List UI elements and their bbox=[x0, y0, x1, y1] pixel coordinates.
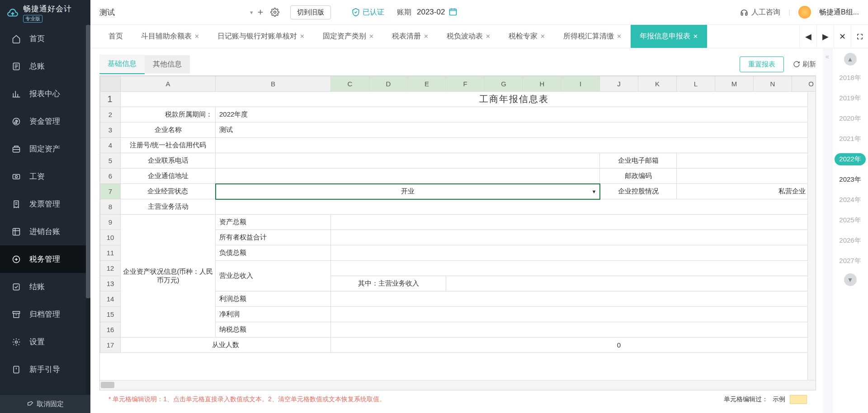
tab[interactable]: 首页 bbox=[99, 25, 132, 48]
company-select[interactable]: 测试 ▾ bbox=[99, 5, 253, 20]
nav-item-home[interactable]: 首页 bbox=[0, 25, 90, 52]
tab[interactable]: 固定资产类别✕ bbox=[314, 25, 383, 48]
close-icon[interactable]: ✕ bbox=[693, 33, 698, 40]
nav-item-asset[interactable]: 固定资产 bbox=[0, 135, 90, 163]
close-icon[interactable]: ✕ bbox=[486, 33, 491, 40]
nav-item-close[interactable]: 结账 bbox=[0, 273, 90, 300]
col-header[interactable]: M bbox=[715, 76, 754, 92]
col-header[interactable]: D bbox=[369, 76, 408, 92]
close-icon[interactable]: ✕ bbox=[194, 33, 199, 40]
horizontal-scrollbar[interactable] bbox=[100, 380, 816, 390]
nav-item-ledger[interactable]: 总账 bbox=[0, 52, 90, 80]
tab[interactable]: 税表清册✕ bbox=[383, 25, 438, 48]
support-link[interactable]: 人工咨询 bbox=[740, 8, 780, 17]
col-header[interactable]: I bbox=[561, 76, 600, 92]
col-header[interactable]: O bbox=[792, 76, 816, 92]
period-value[interactable]: 2023-02 bbox=[417, 8, 445, 17]
add-button[interactable] bbox=[253, 5, 268, 19]
year-item[interactable]: 2020年 bbox=[835, 113, 864, 125]
tab[interactable]: 年报信息申报表✕ bbox=[631, 25, 707, 48]
svg-point-9 bbox=[15, 341, 18, 343]
year-item[interactable]: 2019年 bbox=[835, 92, 864, 104]
dropdown-icon[interactable]: ▼ bbox=[592, 189, 597, 194]
close-icon bbox=[11, 282, 21, 292]
nav-item-chart[interactable]: 报表中心 bbox=[0, 80, 90, 108]
svg-rect-5 bbox=[13, 228, 20, 235]
close-icon[interactable]: ✕ bbox=[424, 33, 429, 40]
tab-close-all[interactable]: ✕ bbox=[834, 25, 851, 48]
settings-icon[interactable] bbox=[268, 5, 282, 19]
nav-item-fund[interactable]: 资金管理 bbox=[0, 108, 90, 135]
active-cell[interactable]: 开业▼ bbox=[216, 184, 600, 199]
col-header[interactable]: K bbox=[638, 76, 677, 92]
tab[interactable]: 所得税汇算清缴✕ bbox=[554, 25, 631, 48]
col-header[interactable]: B bbox=[216, 76, 331, 92]
nav-item-archive[interactable]: 归档管理 bbox=[0, 300, 90, 328]
svg-rect-3 bbox=[13, 174, 20, 179]
col-header[interactable]: F bbox=[446, 76, 485, 92]
sidebar: 畅捷通好会计 专业版 首页总账报表中心资金管理固定资产工资发票管理进销台账税务管… bbox=[0, 0, 90, 413]
svg-rect-8 bbox=[13, 311, 20, 313]
user-name[interactable]: 畅捷通B组... bbox=[819, 8, 859, 17]
year-item[interactable]: 2018年 bbox=[835, 72, 864, 84]
year-item[interactable]: 2025年 bbox=[835, 214, 864, 226]
refresh-button[interactable]: 刷新 bbox=[793, 56, 816, 72]
nav-item-settings[interactable]: 设置 bbox=[0, 328, 90, 356]
col-header[interactable]: H bbox=[523, 76, 561, 92]
close-icon[interactable]: ✕ bbox=[300, 33, 305, 40]
mascot-icon bbox=[798, 6, 811, 19]
nav-item-salary[interactable]: 工资 bbox=[0, 163, 90, 190]
sheet-tab-other[interactable]: 其他信息 bbox=[145, 55, 190, 74]
year-down[interactable]: ▼ bbox=[844, 273, 857, 286]
chevron-down-icon: ▾ bbox=[250, 9, 253, 16]
old-version-button[interactable]: 切到旧版 bbox=[290, 5, 331, 19]
year-item[interactable]: 2021年 bbox=[835, 133, 864, 145]
corner-cell[interactable] bbox=[100, 76, 121, 92]
guide-icon bbox=[11, 365, 21, 375]
brand-edition: 专业版 bbox=[23, 15, 42, 23]
verified-badge: 已认证 bbox=[351, 8, 384, 17]
svg-rect-10 bbox=[14, 366, 19, 373]
tax-icon bbox=[11, 254, 21, 264]
year-item[interactable]: 2027年 bbox=[835, 255, 864, 267]
year-item[interactable]: 2024年 bbox=[835, 194, 864, 206]
archive-icon bbox=[11, 310, 21, 319]
close-icon[interactable]: ✕ bbox=[617, 33, 622, 40]
col-header[interactable]: N bbox=[754, 76, 792, 92]
vertical-scrollbar[interactable] bbox=[807, 92, 816, 380]
year-item[interactable]: 2026年 bbox=[835, 235, 864, 247]
year-up[interactable]: ▲ bbox=[844, 53, 857, 66]
sheet-title[interactable]: 工商年报信息表 bbox=[121, 92, 816, 107]
spreadsheet[interactable]: A B C D E F G H I J K L bbox=[99, 75, 816, 390]
col-header[interactable]: J bbox=[600, 76, 638, 92]
tab[interactable]: 斗目辅助余额表✕ bbox=[132, 25, 208, 48]
close-icon[interactable]: ✕ bbox=[369, 33, 374, 40]
col-header[interactable]: L bbox=[677, 76, 715, 92]
col-header[interactable]: A bbox=[121, 76, 216, 92]
sidebar-pin-toggle[interactable]: 取消固定 bbox=[0, 395, 90, 413]
sidebar-scrollbar[interactable] bbox=[86, 25, 90, 298]
nav-item-inventory[interactable]: 进销台账 bbox=[0, 218, 90, 245]
sample-swatch bbox=[790, 395, 807, 404]
nav-item-tax[interactable]: 税务管理 bbox=[0, 245, 90, 273]
tab[interactable]: 日记账与银行对账单核对✕ bbox=[208, 25, 314, 48]
sheet-tab-basic[interactable]: 基础信息 bbox=[99, 55, 145, 74]
year-item[interactable]: 2023年 bbox=[835, 174, 864, 186]
brand-name: 畅捷通好会计 bbox=[23, 5, 72, 13]
col-header[interactable]: G bbox=[485, 76, 523, 92]
reset-button[interactable]: 重置报表 bbox=[740, 56, 784, 72]
tab[interactable]: 税负波动表✕ bbox=[438, 25, 500, 48]
col-header[interactable]: C bbox=[331, 76, 369, 92]
collapse-year-rail[interactable]: « bbox=[823, 48, 832, 413]
nav-item-invoice[interactable]: 发票管理 bbox=[0, 190, 90, 218]
year-item[interactable]: 2022年 bbox=[835, 153, 865, 165]
tab[interactable]: 税检专家✕ bbox=[500, 25, 554, 48]
close-icon[interactable]: ✕ bbox=[540, 33, 545, 40]
calendar-icon[interactable] bbox=[448, 7, 458, 18]
brand: 畅捷通好会计 专业版 bbox=[0, 0, 90, 25]
tab-scroll-right[interactable]: ▶ bbox=[816, 25, 834, 48]
tab-scroll-left[interactable]: ◀ bbox=[799, 25, 816, 48]
fullscreen-icon[interactable] bbox=[851, 25, 868, 48]
nav-item-guide[interactable]: 新手引导 bbox=[0, 356, 90, 383]
col-header[interactable]: E bbox=[408, 76, 446, 92]
